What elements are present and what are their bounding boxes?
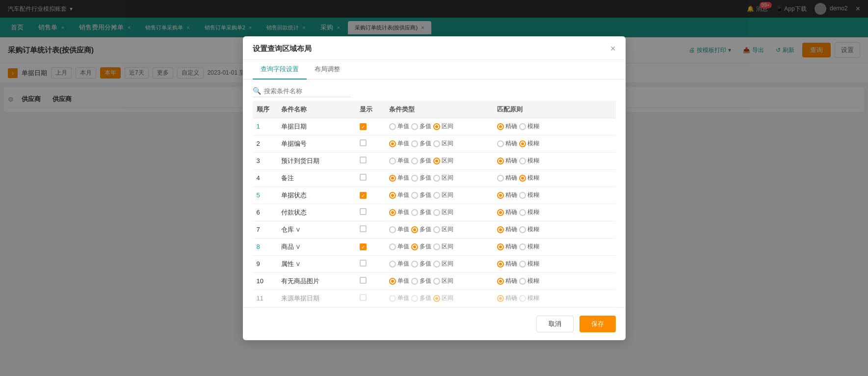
row-5-match-exact[interactable]: 精确 (497, 191, 517, 199)
row-7-type-single[interactable]: 单值 (389, 225, 409, 234)
row-5-type-multi[interactable]: 多值 (411, 191, 431, 199)
row-1-type: 单值 多值 区间 (385, 122, 493, 131)
row-10-type-multi[interactable]: 多值 (411, 277, 431, 285)
row-6-match-fuzzy[interactable]: 模糊 (519, 208, 539, 216)
row-1-type-single[interactable]: 单值 (389, 122, 409, 131)
row-10-name: 有无商品图片 (277, 277, 356, 286)
table-row: 4 备注 单值 多值 区间 (253, 170, 616, 187)
radio-fuzzy-2 (519, 140, 526, 147)
row-9-display-checkbox[interactable] (360, 260, 367, 267)
row-11-type-single[interactable]: 单值 (389, 294, 409, 302)
row-10-match-exact[interactable]: 精确 (497, 277, 517, 285)
row-5-name: 单据状态 (277, 191, 356, 200)
row-9-type-single[interactable]: 单值 (389, 260, 409, 268)
row-3-type-single[interactable]: 单值 (389, 157, 409, 165)
row-9-display[interactable] (356, 260, 385, 268)
row-9-type-range[interactable]: 区间 (433, 260, 453, 268)
row-3-match: 精确 模糊 (493, 157, 591, 165)
radio-single-9 (389, 261, 396, 268)
row-10-display[interactable] (356, 277, 385, 285)
row-5-display-checkbox[interactable]: ✓ (360, 192, 367, 199)
row-2-type-multi[interactable]: 多值 (411, 139, 431, 148)
row-10-match-fuzzy[interactable]: 模糊 (519, 277, 539, 285)
row-4-type-single[interactable]: 单值 (389, 174, 409, 182)
row-3-match-exact[interactable]: 精确 (497, 157, 517, 165)
row-3-match-fuzzy[interactable]: 模糊 (519, 157, 539, 165)
row-2-type-range[interactable]: 区间 (433, 139, 453, 148)
row-8-display[interactable]: ✓ (356, 243, 385, 251)
row-1-match-fuzzy[interactable]: 模糊 (519, 122, 539, 131)
radio-fuzzy-6 (519, 209, 526, 216)
row-7-display-checkbox[interactable] (360, 225, 367, 232)
row-7-match-fuzzy[interactable]: 模糊 (519, 225, 539, 234)
row-7-match: 精确 模糊 (493, 225, 591, 234)
dialog: 设置查询区域布局 × 查询字段设置 布局调整 🔍 顺序 条件名称 (243, 36, 626, 340)
row-2-display[interactable] (356, 139, 385, 148)
row-1-type-multi[interactable]: 多值 (411, 122, 431, 131)
dialog-tab-layout[interactable]: 布局调整 (307, 60, 348, 80)
row-7-type-multi[interactable]: 多值 (411, 225, 431, 234)
row-10-display-checkbox[interactable] (360, 277, 367, 284)
row-11-type-range[interactable]: 区间 (433, 294, 453, 302)
row-11-display[interactable] (356, 294, 385, 302)
row-6-match-exact[interactable]: 精确 (497, 208, 517, 216)
row-1-display[interactable]: ✓ (356, 123, 385, 131)
row-3-type-multi[interactable]: 多值 (411, 157, 431, 165)
row-10-type-range[interactable]: 区间 (433, 277, 453, 285)
row-11-type: 单值 多值 区间 (385, 294, 493, 302)
row-11-match-fuzzy[interactable]: 模糊 (519, 294, 539, 302)
row-7-type-range[interactable]: 区间 (433, 225, 453, 234)
row-11-match-exact[interactable]: 精确 (497, 294, 517, 302)
row-9-type-multi[interactable]: 多值 (411, 260, 431, 268)
row-7-display[interactable] (356, 225, 385, 234)
row-4-display[interactable] (356, 174, 385, 182)
row-1-name: 单据日期 (277, 122, 356, 131)
row-11-type-multi[interactable]: 多值 (411, 294, 431, 302)
dialog-tab-query[interactable]: 查询字段设置 (253, 60, 307, 80)
row-2-display-checkbox[interactable] (360, 139, 367, 146)
row-1-display-checkbox[interactable]: ✓ (360, 123, 367, 130)
row-7-match-exact[interactable]: 精确 (497, 225, 517, 234)
row-8-match-exact[interactable]: 精确 (497, 242, 517, 251)
row-10-type-single[interactable]: 单值 (389, 277, 409, 285)
row-1-type-range[interactable]: 区间 (433, 122, 453, 131)
cancel-button[interactable]: 取消 (536, 316, 574, 332)
row-5-type-single[interactable]: 单值 (389, 191, 409, 199)
row-6-display-checkbox[interactable] (360, 208, 367, 215)
row-8-type-single[interactable]: 单值 (389, 242, 409, 251)
row-6-name: 付款状态 (277, 208, 356, 217)
radio-range-3 (433, 158, 440, 164)
row-9-match-fuzzy[interactable]: 模糊 (519, 260, 539, 268)
row-9-match-exact[interactable]: 精确 (497, 260, 517, 268)
row-4-match-fuzzy[interactable]: 模糊 (519, 174, 539, 182)
row-5-type-range[interactable]: 区间 (433, 191, 453, 199)
row-5-display[interactable]: ✓ (356, 191, 385, 199)
row-2-type-single[interactable]: 单值 (389, 139, 409, 148)
row-6-type-multi[interactable]: 多值 (411, 208, 431, 216)
row-2-match-exact[interactable]: 精确 (497, 139, 517, 148)
row-4-type-range[interactable]: 区间 (433, 174, 453, 182)
row-8-match-fuzzy[interactable]: 模糊 (519, 242, 539, 251)
row-5-match-fuzzy[interactable]: 模糊 (519, 191, 539, 199)
save-button[interactable]: 保存 (579, 316, 616, 332)
row-3-display-checkbox[interactable] (360, 157, 367, 163)
row-8-type-range[interactable]: 区间 (433, 242, 453, 251)
row-6-type-range[interactable]: 区间 (433, 208, 453, 216)
row-8-display-checkbox[interactable]: ✓ (360, 243, 367, 250)
radio-fuzzy-10 (519, 278, 526, 285)
row-4-type-multi[interactable]: 多值 (411, 174, 431, 182)
radio-exact-6 (497, 209, 504, 216)
row-6-type-single[interactable]: 单值 (389, 208, 409, 216)
row-4-display-checkbox[interactable] (360, 174, 367, 181)
row-1-match-exact[interactable]: 精确 (497, 122, 517, 131)
row-11-display-checkbox[interactable] (360, 294, 367, 301)
row-4-match-exact[interactable]: 精确 (497, 174, 517, 182)
row-2-match: 精确 模糊 (493, 139, 591, 148)
row-3-type-range[interactable]: 区间 (433, 157, 453, 165)
row-8-type-multi[interactable]: 多值 (411, 242, 431, 251)
search-input[interactable] (264, 85, 342, 97)
row-6-display[interactable] (356, 208, 385, 216)
dialog-close-button[interactable]: × (610, 44, 616, 53)
row-3-display[interactable] (356, 157, 385, 165)
row-2-match-fuzzy[interactable]: 模糊 (519, 139, 539, 148)
